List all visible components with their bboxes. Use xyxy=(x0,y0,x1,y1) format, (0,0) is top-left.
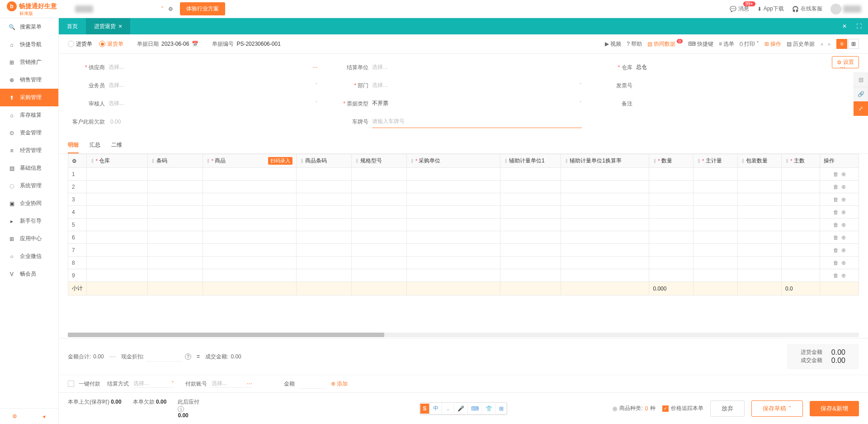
column-header[interactable]: ▲▼*主计量 xyxy=(693,154,737,168)
add-row-icon[interactable]: ⊕ xyxy=(841,209,846,215)
sidebar-item-13[interactable]: ○企业微信 xyxy=(0,248,58,265)
sidebar-item-11[interactable]: ▸新手引导 xyxy=(0,212,58,230)
cash-discount-input[interactable] xyxy=(146,352,183,362)
user-menu[interactable] xyxy=(830,4,861,14)
column-header[interactable]: ▲▼辅助计量单位1 xyxy=(500,154,561,168)
warehouse-select[interactable]: 总仓 ⋯ xyxy=(636,62,845,74)
one-click-pay-checkbox[interactable] xyxy=(68,381,74,387)
remark-input[interactable] xyxy=(636,101,845,106)
delete-icon[interactable]: 🗑 xyxy=(833,272,839,279)
table-row[interactable]: 6🗑⊕ xyxy=(68,231,859,244)
sidebar-item-4[interactable]: ⬆采购管理 xyxy=(0,89,58,106)
sidebar-item-14[interactable]: V畅会员 xyxy=(0,265,58,283)
info-icon[interactable]: ? xyxy=(185,353,191,360)
next-icon[interactable]: ▸ xyxy=(828,41,831,47)
ime-mic-icon[interactable]: 🎤 xyxy=(454,404,467,414)
tab-return[interactable]: 进货退货 × xyxy=(86,18,130,34)
table-row[interactable]: 4🗑⊕ xyxy=(68,206,859,219)
column-header[interactable]: ▲▼*商品扫码录入 xyxy=(203,154,296,168)
sort-icon[interactable]: ▲▼ xyxy=(653,158,656,164)
collab-link[interactable]: ▤协同数据0 xyxy=(647,40,683,48)
ticket-type-select[interactable]: 不开票 ˅ xyxy=(372,98,581,110)
sort-icon[interactable]: ▲▼ xyxy=(207,158,210,164)
gear-icon[interactable]: ⚙ xyxy=(168,6,173,12)
more-icon[interactable]: ⋯ xyxy=(312,64,318,71)
ime-menu-icon[interactable]: ⊞ xyxy=(495,404,507,414)
column-header[interactable]: ▲▼*仓库 xyxy=(87,154,147,168)
delete-icon[interactable]: 🗑 xyxy=(833,184,839,190)
select-doc-link[interactable]: ≡选单 xyxy=(719,40,734,48)
sidebar-item-3[interactable]: ⊕销售管理 xyxy=(0,71,58,89)
detail-tab-detail[interactable]: 明细 xyxy=(68,138,79,153)
tab-home[interactable]: 首页 xyxy=(59,18,86,34)
float-attach-button[interactable]: 🔗 xyxy=(854,87,868,101)
add-payment-button[interactable]: ⊕ 添加 xyxy=(331,380,348,388)
column-header[interactable]: ▲▼条码 xyxy=(147,154,203,168)
radio-return[interactable]: 退货单 xyxy=(99,40,123,48)
doc-date[interactable]: 2023-06-06 xyxy=(161,41,189,47)
column-header[interactable]: ▲▼*采购单位 xyxy=(406,154,500,168)
info-icon[interactable]: i xyxy=(178,406,184,412)
delete-icon[interactable]: 🗑 xyxy=(833,196,839,203)
online-service-button[interactable]: 🎧 在线客服 xyxy=(792,5,822,13)
delete-icon[interactable]: 🗑 xyxy=(833,260,839,266)
add-row-icon[interactable]: ⊕ xyxy=(841,171,846,177)
add-row-icon[interactable]: ⊕ xyxy=(841,184,846,190)
print-link[interactable]: ⎙打印˅ xyxy=(740,40,759,48)
sidebar-item-5[interactable]: ⌂库存核算 xyxy=(0,106,58,124)
sidebar-gear-button[interactable]: ⚙ xyxy=(0,409,29,424)
radio-inbound[interactable]: 进货单 xyxy=(68,40,92,48)
more-icon[interactable]: ⋯ xyxy=(247,381,252,387)
column-header[interactable]: ▲▼包装数量 xyxy=(737,154,782,168)
sort-icon[interactable]: ▲▼ xyxy=(90,158,94,164)
org-dropdown[interactable]: ˅ xyxy=(75,5,164,13)
column-header[interactable]: ▲▼辅助计量单位1换算率 xyxy=(561,154,649,168)
ime-keyboard-icon[interactable]: ⌨ xyxy=(467,404,482,414)
add-row-icon[interactable]: ⊕ xyxy=(841,234,846,241)
horizontal-scrollbar[interactable] xyxy=(68,333,859,337)
salesperson-select[interactable]: 选择... ˅ xyxy=(108,80,318,92)
column-header[interactable]: ▲▼商品条码 xyxy=(296,154,351,168)
scan-entry-tag[interactable]: 扫码录入 xyxy=(268,157,292,165)
view-list-toggle[interactable]: ≡ xyxy=(836,39,847,49)
help-link[interactable]: ?帮助 xyxy=(627,40,642,48)
delete-icon[interactable]: 🗑 xyxy=(833,209,839,215)
save-new-button[interactable]: 保存&新增 xyxy=(810,401,859,416)
shortcut-link[interactable]: ⌨快捷键 xyxy=(688,40,713,48)
view-grid-toggle[interactable]: ⊞ xyxy=(848,39,859,49)
abandon-button[interactable]: 放弃 xyxy=(710,400,745,417)
app-download-button[interactable]: ⬇ App下载 xyxy=(757,5,784,13)
ime-skin-icon[interactable]: 👕 xyxy=(482,404,495,414)
prev-icon[interactable]: ◂ xyxy=(820,41,823,47)
add-row-icon[interactable]: ⊕ xyxy=(841,196,846,203)
close-icon[interactable]: × xyxy=(118,23,122,30)
calendar-icon[interactable]: 📅 xyxy=(192,41,198,47)
plate-no-input[interactable]: 请输入车牌号 xyxy=(372,116,581,128)
operate-link[interactable]: ⊞操作 xyxy=(764,40,781,48)
table-row[interactable]: 8🗑⊕ xyxy=(68,257,859,269)
tab-close-all-button[interactable]: ✕ xyxy=(838,19,851,33)
auditor-select[interactable]: 选择... ˅ xyxy=(108,98,318,110)
sidebar-item-10[interactable]: ▣企业协同 xyxy=(0,195,58,212)
sort-icon[interactable]: ▲▼ xyxy=(785,158,789,164)
add-row-icon[interactable]: ⊕ xyxy=(841,247,846,253)
invoice-no-input[interactable] xyxy=(636,83,845,88)
float-expand-button[interactable]: ⤢ xyxy=(854,101,868,116)
messages-button[interactable]: 💬 消息 99+ xyxy=(730,5,749,13)
sort-icon[interactable]: ▲▼ xyxy=(151,158,155,164)
sidebar-item-0[interactable]: 🔍搜索菜单 xyxy=(0,18,58,36)
pay-account-select[interactable]: 选择... ⋯ xyxy=(212,380,252,388)
detail-tab-2d[interactable]: 二维 xyxy=(111,138,122,153)
pay-amount-input[interactable] xyxy=(299,379,326,389)
delete-icon[interactable]: 🗑 xyxy=(833,171,839,177)
table-row[interactable]: 2🗑⊕ xyxy=(68,181,859,193)
sort-icon[interactable]: ▲▼ xyxy=(300,158,304,164)
supplier-select[interactable]: 选择... ⋯ xyxy=(108,62,318,74)
delete-icon[interactable]: 🗑 xyxy=(833,234,839,241)
table-row[interactable]: 1🗑⊕ xyxy=(68,168,859,181)
add-row-icon[interactable]: ⊕ xyxy=(841,222,846,228)
sidebar-item-2[interactable]: ⊞营销推广 xyxy=(0,53,58,71)
video-link[interactable]: ▶视频 xyxy=(605,40,621,48)
sidebar-item-1[interactable]: ⌂快捷导航 xyxy=(0,36,58,53)
table-row[interactable]: 5🗑⊕ xyxy=(68,219,859,231)
